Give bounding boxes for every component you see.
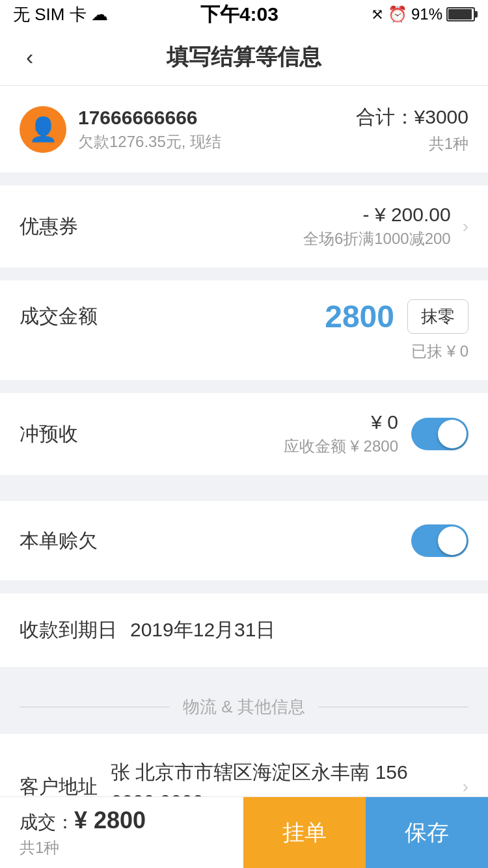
- location-icon: ⤧: [371, 5, 384, 23]
- deal-sub: 已抹 ¥ 0: [20, 341, 468, 362]
- deal-row: 成交金额 2800 抹零: [20, 299, 468, 334]
- status-time: 下午4:03: [200, 1, 278, 28]
- coupon-chevron-icon: ›: [463, 216, 468, 237]
- due-row: 收款到期日 2019年12月31日: [20, 617, 468, 644]
- avatar: 👤: [20, 106, 66, 153]
- address-chevron-icon: ›: [463, 776, 468, 797]
- deal-label: 成交金额: [20, 303, 98, 330]
- status-bar: 无 SIM 卡 ☁ 下午4:03 ⤧ ⏰ 91%: [0, 0, 488, 29]
- debt-order-section: 本单赊欠: [0, 501, 488, 580]
- nav-bar: ‹ 填写结算等信息: [0, 29, 488, 86]
- deal-amount-block: 2800 抹零: [325, 299, 468, 334]
- divider-line-left: [20, 707, 170, 707]
- page-title: 填写结算等信息: [167, 42, 321, 72]
- prepay-card: 冲预收 ¥ 0 应收金额 ¥ 2800: [0, 393, 488, 475]
- coupon-desc: 全场6折满1000减200: [303, 228, 451, 249]
- debt-order-toggle-knob: [438, 526, 467, 555]
- separator-1: [0, 488, 488, 501]
- deal-amount: 2800: [325, 299, 394, 334]
- coupon-amount-block: - ¥ 200.00 全场6折满1000减200: [303, 204, 451, 249]
- due-date-section: 收款到期日 2019年12月31日: [0, 593, 488, 667]
- status-left: 无 SIM 卡 ☁: [13, 3, 108, 26]
- debt-order-toggle[interactable]: [411, 524, 468, 557]
- content-area: 👤 17666666666 欠款1276.35元, 现结 合计：¥3000 共1…: [0, 86, 488, 868]
- total-amount: 合计：¥3000: [356, 104, 468, 131]
- user-phone: 17666666666: [78, 107, 221, 129]
- user-debt: 欠款1276.35元, 现结: [78, 131, 221, 152]
- sim-label: 无 SIM 卡 ☁: [13, 3, 108, 26]
- prepay-label: 冲预收: [20, 421, 78, 448]
- total-count: 共1种: [356, 133, 468, 154]
- alarm-icon: ⏰: [388, 5, 407, 23]
- back-button[interactable]: ‹: [20, 38, 40, 76]
- bottom-bar: 成交：¥ 2800 共1种 挂单 保存: [0, 796, 488, 868]
- bottom-count: 共1种: [20, 837, 224, 858]
- due-date-label: 收款到期日: [20, 617, 117, 644]
- prepay-amounts: ¥ 0 应收金额 ¥ 2800: [284, 411, 398, 457]
- status-right: ⤧ ⏰ 91%: [371, 5, 475, 23]
- bottom-deal-label: 成交：¥ 2800: [20, 807, 224, 835]
- user-info-text: 17666666666 欠款1276.35元, 现结: [78, 107, 221, 152]
- divider-line-right: [318, 707, 468, 707]
- user-left: 👤 17666666666 欠款1276.35元, 现结: [20, 106, 221, 153]
- save-button[interactable]: 保存: [366, 797, 488, 869]
- deal-section: 成交金额 2800 抹零 已抹 ¥ 0: [0, 280, 488, 380]
- coupon-row[interactable]: 优惠券 - ¥ 200.00 全场6折满1000减200 ›: [0, 185, 488, 267]
- bottom-deal-prefix: 成交：: [20, 812, 74, 832]
- due-date-value: 2019年12月31日: [130, 617, 275, 644]
- prepay-amount: ¥ 0: [284, 411, 398, 433]
- battery-text: 91%: [411, 5, 442, 23]
- bottom-summary: 成交：¥ 2800 共1种: [0, 807, 243, 858]
- hold-order-button[interactable]: 挂单: [243, 797, 366, 869]
- coupon-right: - ¥ 200.00 全场6折满1000减200 ›: [303, 204, 468, 249]
- coupon-amount: - ¥ 200.00: [303, 204, 451, 226]
- round-zero-button[interactable]: 抹零: [407, 299, 468, 334]
- debt-order-label: 本单赊欠: [20, 528, 98, 554]
- logistics-label: 物流 & 其他信息: [183, 696, 305, 718]
- prepay-right-block: ¥ 0 应收金额 ¥ 2800: [284, 411, 468, 457]
- bottom-deal-amount: ¥ 2800: [74, 807, 146, 834]
- user-info-card: 👤 17666666666 欠款1276.35元, 现结 合计：¥3000 共1…: [0, 86, 488, 172]
- prepay-toggle-knob: [438, 420, 467, 448]
- user-totals: 合计：¥3000 共1种: [356, 104, 468, 154]
- logistics-divider: 物流 & 其他信息: [0, 680, 488, 734]
- prepay-sub: 应收金额 ¥ 2800: [284, 436, 398, 457]
- prepay-toggle[interactable]: [411, 418, 468, 450]
- battery-icon: [446, 7, 475, 21]
- prepay-row: 冲预收 ¥ 0 应收金额 ¥ 2800: [0, 393, 488, 475]
- coupon-label: 优惠券: [20, 213, 78, 240]
- avatar-icon: 👤: [29, 116, 58, 143]
